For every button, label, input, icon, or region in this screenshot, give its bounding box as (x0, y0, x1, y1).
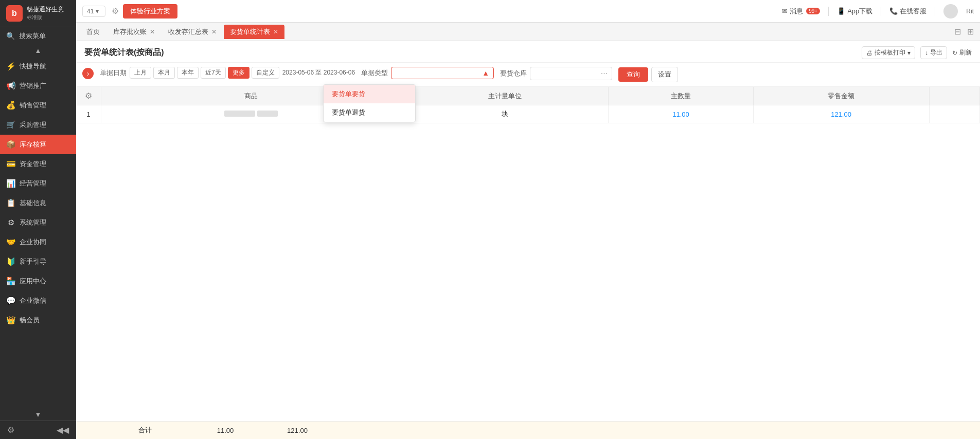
topbar-messages[interactable]: ✉ 消息 99+ (782, 7, 820, 16)
sidebar-item-appstore[interactable]: 🏪 应用中心 (0, 271, 76, 291)
topbar-app-download[interactable]: 📱 App下载 (837, 7, 872, 16)
tab-req-stat[interactable]: 要货单统计表 ✕ (224, 25, 284, 39)
filter-this-year-btn[interactable]: 本年 (177, 67, 199, 79)
tabbar-minimize-btn[interactable]: ⊟ (952, 26, 963, 38)
filter-expand-btn[interactable]: › (82, 68, 94, 79)
service-label: 在线客服 (900, 7, 926, 16)
filter-date-range: 2023-05-06 至 2023-06-06 (282, 68, 355, 77)
filter-custom-btn[interactable]: 自定义 (252, 67, 279, 79)
table-col-qty: 主数量 (609, 87, 753, 105)
date-label: 单据日期 (100, 68, 127, 78)
sidebar-item-corp[interactable]: 🤝 企业协同 (0, 232, 76, 252)
marketing-icon: 📢 (6, 81, 15, 90)
sidebar-nav: ⚡ 快捷导航 📢 营销推广 💰 销售管理 🛒 采购管理 📦 库存核算 💳 资金管… (0, 57, 76, 409)
main-area: 41 ▾ ⚙ 体验行业方案 ✉ 消息 99+ 📱 App下载 📞 在线客服 (76, 0, 980, 439)
tabbar-actions: ⊟ ⊞ (952, 26, 976, 38)
topbar-online-service[interactable]: 📞 在线客服 (889, 7, 926, 16)
sidebar-item-finance[interactable]: 💳 资金管理 (0, 154, 76, 174)
filter-type-input-wrap: ▲ (391, 67, 494, 79)
sidebar-item-marketing[interactable]: 📢 营销推广 (0, 76, 76, 96)
settings-btn[interactable]: 设置 (651, 67, 678, 82)
dropdown-item-req-order[interactable]: 要货单要货 (324, 85, 415, 103)
sidebar-item-label: 企业协同 (20, 237, 46, 247)
refresh-label: 刷新 (959, 48, 972, 57)
print-template-label: 按模板打印 (875, 48, 905, 57)
wechat-icon: 💬 (6, 296, 15, 305)
sidebar-item-inventory[interactable]: 📦 库存核算 (0, 135, 76, 154)
tab-home[interactable]: 首页 (80, 25, 106, 39)
type-dropdown: 要货单要货 要货单退货 (323, 84, 416, 122)
sidebar-scroll-up[interactable]: ▲ (0, 45, 76, 57)
page-actions: 🖨 按模板打印 ▾ ↓ 导出 ↻ 刷新 (862, 46, 972, 59)
sidebar-item-basic[interactable]: 📋 基础信息 (0, 193, 76, 213)
sidebar-item-label: 采购管理 (20, 120, 46, 130)
sidebar-item-sales[interactable]: 💰 销售管理 (0, 96, 76, 115)
sidebar-item-purchase[interactable]: 🛒 采购管理 (0, 115, 76, 135)
topbar-gear-icon[interactable]: ⚙ (112, 6, 119, 16)
sidebar-item-member[interactable]: 👑 畅会员 (0, 310, 76, 330)
store-select[interactable]: 41 ▾ (82, 6, 105, 17)
filter-prev-month-btn[interactable]: 上月 (130, 67, 151, 79)
corp-icon: 🤝 (6, 237, 15, 247)
filter-last7days-btn[interactable]: 近7天 (201, 67, 226, 79)
sidebar-scroll-down[interactable]: ▼ (0, 409, 76, 420)
sidebar: b 畅捷通好生意 标准版 🔍 搜索菜单 ▲ ⚡ 快捷导航 📢 营销推广 💰 销售… (0, 0, 76, 439)
tab-recv-summary[interactable]: 收发存汇总表 ✕ (162, 25, 223, 39)
type-dropdown-arrow[interactable]: ▲ (482, 69, 489, 77)
filter-warehouse-input[interactable] (534, 70, 601, 78)
sidebar-item-operation[interactable]: 📊 经营管理 (0, 174, 76, 193)
filter-this-month-btn[interactable]: 本月 (153, 67, 175, 79)
sidebar-footer: ⚙ ◀◀ (0, 420, 76, 439)
warehouse-more-icon[interactable]: ··· (601, 69, 608, 78)
sidebar-item-label: 资金管理 (20, 159, 46, 169)
basic-icon: 📋 (6, 198, 15, 208)
row-qty[interactable]: 11.00 (609, 105, 753, 123)
tab-batch-account[interactable]: 库存批次账 ✕ (107, 25, 161, 39)
sidebar-search-label: 搜索菜单 (19, 31, 46, 41)
trial-btn[interactable]: 体验行业方案 (123, 4, 177, 19)
sidebar-item-label: 基础信息 (20, 198, 46, 208)
sidebar-search[interactable]: 🔍 搜索菜单 (0, 27, 76, 45)
filter-more-btn[interactable]: 更多 (228, 67, 250, 79)
mobile-icon: 📱 (837, 7, 845, 15)
filter-type-input[interactable] (396, 69, 482, 77)
data-table: ⚙ 商品 主计量单位 主数量 零售金额 1 (76, 87, 980, 123)
refresh-btn[interactable]: ↻ 刷新 (952, 48, 972, 57)
product-name-placeholder (224, 111, 255, 117)
filter-type-group: 单据类型 ▲ (361, 67, 494, 79)
sidebar-item-wechat[interactable]: 💬 企业微信 (0, 291, 76, 310)
sidebar-item-system[interactable]: ⚙ 系统管理 (0, 213, 76, 232)
query-btn[interactable]: 查询 (618, 67, 648, 82)
filter-actions: 查询 设置 (618, 67, 678, 82)
export-label: 导出 (930, 48, 942, 57)
finance-icon: 💳 (6, 159, 15, 169)
export-btn[interactable]: ↓ 导出 (920, 46, 947, 59)
tab-recv-summary-close[interactable]: ✕ (211, 28, 217, 35)
row-amount[interactable]: 121.00 (753, 105, 929, 123)
sidebar-item-label: 销售管理 (20, 101, 46, 110)
search-icon: 🔍 (6, 32, 15, 40)
tab-req-stat-close[interactable]: ✕ (273, 28, 278, 35)
message-label: 消息 (790, 7, 803, 16)
print-template-btn[interactable]: 🖨 按模板打印 ▾ (862, 46, 915, 59)
row-no: 1 (76, 105, 101, 123)
table-col-amount: 零售金额 (753, 87, 929, 105)
sidebar-item-quick-nav[interactable]: ⚡ 快捷导航 (0, 57, 76, 76)
footer-settings-icon[interactable]: ⚙ (7, 425, 14, 435)
messages-badge: 99+ (806, 8, 820, 14)
footer-qty: 11.00 (184, 427, 266, 434)
topbar: 41 ▾ ⚙ 体验行业方案 ✉ 消息 99+ 📱 App下载 📞 在线客服 (76, 0, 980, 23)
table-col-settings[interactable]: ⚙ (76, 87, 101, 105)
message-icon: ✉ (782, 7, 788, 15)
user-avatar[interactable] (943, 4, 958, 19)
guide-icon: 🔰 (6, 257, 15, 266)
table-row: 1 块 11.00 121.00 (76, 105, 980, 123)
footer-label: 合计 (81, 426, 184, 435)
inventory-icon: 📦 (6, 140, 15, 149)
tab-batch-account-close[interactable]: ✕ (150, 28, 155, 35)
footer-collapse-icon[interactable]: ◀◀ (57, 425, 69, 435)
dropdown-item-req-return[interactable]: 要货单退货 (324, 103, 415, 122)
tabbar-expand-btn[interactable]: ⊞ (965, 26, 976, 38)
sidebar-item-guide[interactable]: 🔰 新手引导 (0, 252, 76, 271)
sidebar-item-label: 新手引导 (20, 257, 46, 266)
